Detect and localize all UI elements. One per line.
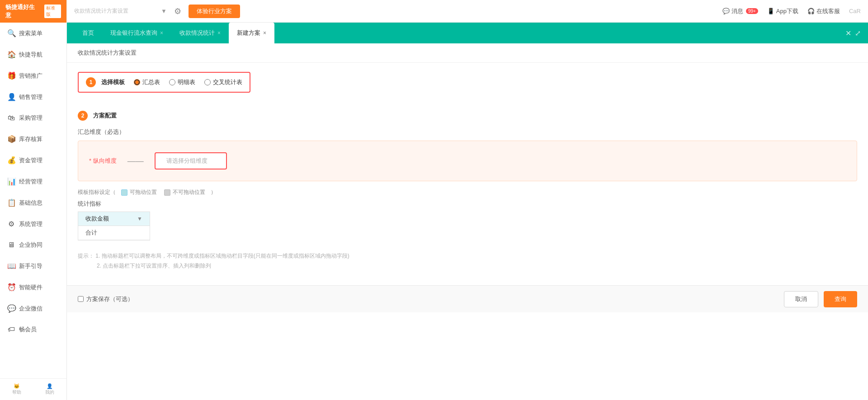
trial-button[interactable]: 体验行业方案: [189, 5, 240, 18]
tab-cashflow-label: 现金银行流水查询: [110, 29, 157, 37]
metrics-column-header: 收款金额: [85, 215, 109, 223]
message-item[interactable]: 💬 消息 99+: [722, 7, 758, 15]
radio-cross[interactable]: 交叉统计表: [204, 78, 242, 86]
save-checkbox-label[interactable]: 方案保存（可选）: [78, 295, 133, 303]
metrics-dropdown-icon[interactable]: ▼: [137, 216, 142, 222]
metrics-section-label: 模板指标设定（: [78, 188, 116, 196]
download-label: App下载: [776, 7, 798, 15]
sidebar-item-1[interactable]: 🏠快捷导航: [0, 44, 66, 65]
sidebar-label-14: 畅会员: [19, 325, 37, 334]
sidebar-label-4: 采购管理: [19, 114, 42, 122]
tab-receipt-label: 收款情况统计: [179, 29, 215, 37]
topbar-breadcrumb: 收款情况统计方案设置: [74, 7, 156, 15]
download-item[interactable]: 📱 App下载: [767, 7, 798, 15]
sidebar-icon-4: 🛍: [7, 114, 15, 122]
tab-new-plan-close[interactable]: ×: [263, 30, 266, 36]
tab-close-all-icon[interactable]: ✕: [845, 29, 851, 38]
sidebar-item-5[interactable]: 📦库存核算: [0, 128, 66, 150]
cancel-button[interactable]: 取消: [784, 291, 818, 307]
service-label: 在线客服: [816, 7, 840, 15]
query-button[interactable]: 查询: [824, 291, 857, 307]
radio-detail-label: 明细表: [178, 78, 195, 86]
metrics-table-header[interactable]: 收款金额 ▼: [78, 212, 150, 226]
step2-label: 方案配置: [93, 112, 117, 120]
sidebar-icon-7: 📊: [7, 177, 15, 186]
metrics-row-label: 合计: [85, 229, 97, 236]
close-paren: ）: [211, 188, 216, 196]
tab-new-plan-label: 新建方案: [237, 29, 260, 37]
sidebar-item-8[interactable]: 📋基础信息: [0, 192, 66, 213]
radio-summary-label: 汇总表: [142, 78, 160, 86]
sidebar-item-13[interactable]: 💬企业微信: [0, 298, 66, 319]
sidebar-logo: 畅捷通好生意 标准版: [0, 0, 66, 23]
sidebar-icon-6: 💰: [7, 156, 15, 165]
form-section: 1 选择模板 汇总表 明细表 交叉统计表: [67, 63, 868, 285]
tab-new-plan[interactable]: 新建方案 ×: [229, 23, 274, 43]
radio-detail[interactable]: 明细表: [169, 78, 195, 86]
user-icon: 👤: [47, 383, 53, 389]
sidebar-item-12[interactable]: ⏰智能硬件: [0, 277, 66, 298]
tab-receipt[interactable]: 收款情况统计 ×: [171, 23, 229, 43]
sidebar-label-5: 库存核算: [19, 135, 42, 143]
sidebar-icon-14: 🏷: [7, 325, 15, 334]
tab-receipt-close[interactable]: ×: [217, 30, 221, 36]
step1-label: 选择模板: [101, 78, 125, 86]
vertical-dimension-label: * 纵向维度: [89, 157, 117, 165]
sidebar-item-7[interactable]: 📊经营管理: [0, 171, 66, 192]
sidebar-item-10[interactable]: 🖥企业协同: [0, 235, 66, 255]
message-badge: 99+: [746, 8, 758, 14]
topbar: 收款情况统计方案设置 ▼ ⚙ 体验行业方案 💬 消息 99+ 📱 App下载 🎧…: [67, 0, 868, 23]
sidebar-item-0[interactable]: 🔍搜索菜单: [0, 23, 66, 44]
sidebar-nav: 🔍搜索菜单🏠快捷导航🎁营销推广👤销售管理🛍采购管理📦库存核算💰资金管理📊经营管理…: [0, 23, 66, 340]
metrics-group-label: 统计指标: [78, 200, 857, 208]
tabs-bar: 首页 现金银行流水查询 × 收款情况统计 × 新建方案 × ✕ ⤢: [67, 23, 868, 43]
sidebar-label-12: 智能硬件: [19, 283, 42, 292]
logo-text: 畅捷通好生意: [5, 3, 39, 19]
tab-cashflow-close[interactable]: ×: [160, 30, 163, 36]
tab-home[interactable]: 首页: [74, 23, 102, 43]
topbar-settings-icon[interactable]: ⚙: [172, 5, 183, 18]
content-area: 收款情况统计方案设置 1 选择模板 汇总表 明细表: [67, 43, 868, 400]
user-name-item[interactable]: CaR: [849, 8, 861, 14]
sidebar-item-2[interactable]: 🎁营销推广: [0, 65, 66, 86]
radio-summary-input[interactable]: [134, 79, 140, 85]
sidebar-icon-3: 👤: [7, 93, 15, 101]
sidebar-item-6[interactable]: 💰资金管理: [0, 150, 66, 171]
bottom-bar: 方案保存（可选） 取消 查询: [67, 285, 868, 312]
sidebar-icon-11: 📖: [7, 262, 15, 270]
legend-not-draggable: 不可拖动位置: [164, 188, 205, 196]
legend-not-draggable-dot: [164, 189, 170, 196]
tab-cashflow[interactable]: 现金银行流水查询 ×: [102, 23, 171, 43]
sidebar-item-11[interactable]: 📖新手引导: [0, 255, 66, 277]
radio-detail-input[interactable]: [169, 79, 175, 85]
sidebar-item-9[interactable]: ⚙系统管理: [0, 213, 66, 235]
breadcrumb-text: 收款情况统计方案设置: [74, 7, 128, 15]
sidebar-label-3: 销售管理: [19, 93, 42, 101]
topbar-dropdown-icon[interactable]: ▼: [161, 8, 167, 14]
template-radio-group: 汇总表 明细表 交叉统计表: [134, 78, 242, 86]
message-icon: 💬: [722, 8, 730, 14]
radio-summary[interactable]: 汇总表: [134, 78, 160, 86]
sidebar-icon-0: 🔍: [7, 29, 15, 38]
sidebar-icon-5: 📦: [7, 135, 15, 143]
user-name-text: CaR: [849, 8, 861, 14]
sidebar-bottom-user[interactable]: 👤 我的: [45, 383, 54, 395]
sidebar-item-14[interactable]: 🏷畅会员: [0, 319, 66, 340]
sidebar-label-8: 基础信息: [19, 199, 42, 207]
dimension-select[interactable]: 请选择分组维度: [155, 152, 227, 169]
sidebar-bottom: 🐱 帮助 👤 我的: [0, 378, 66, 400]
legend-draggable: 可拖动位置: [121, 188, 157, 196]
sidebar-item-3[interactable]: 👤销售管理: [0, 86, 66, 108]
sidebar-item-4[interactable]: 🛍采购管理: [0, 108, 66, 128]
service-item[interactable]: 🎧 在线客服: [807, 7, 840, 15]
metrics-table: 收款金额 ▼ 合计: [78, 212, 150, 240]
content-header: 收款情况统计方案设置: [67, 43, 868, 63]
dimension-arrow-icon: ——: [127, 156, 144, 166]
message-label: 消息: [731, 7, 743, 15]
save-checkbox[interactable]: [78, 296, 84, 302]
tab-maximize-icon[interactable]: ⤢: [855, 29, 861, 38]
metrics-header-row: 模板指标设定（ 可拖动位置 不可拖动位置 ）: [78, 188, 857, 196]
sidebar-bottom-help[interactable]: 🐱 帮助: [12, 383, 21, 395]
radio-cross-input[interactable]: [204, 79, 211, 85]
sidebar: 畅捷通好生意 标准版 🔍搜索菜单🏠快捷导航🎁营销推广👤销售管理🛍采购管理📦库存核…: [0, 0, 67, 400]
